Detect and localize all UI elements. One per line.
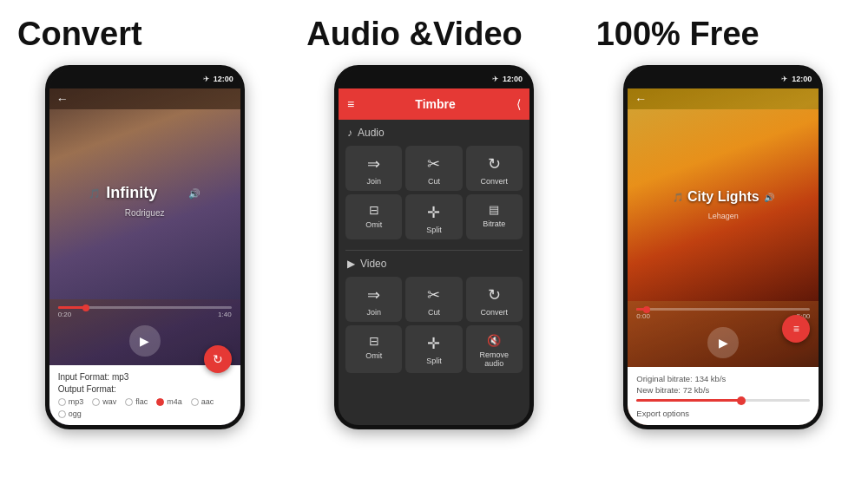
format-ogg[interactable]: ogg [58,409,82,418]
bitrate-slider[interactable] [636,399,810,402]
video-convert[interactable]: ↻ Convert [466,277,523,322]
input-format-label: Input Format: mp3 [58,372,232,382]
format-mp3[interactable]: mp3 [58,397,84,406]
audio-section-label: Audio [358,127,385,139]
format-aac[interactable]: aac [191,397,214,406]
convert-icon-audio: ↻ [488,154,501,173]
split-label-video: Split [426,357,442,365]
original-bitrate-label: Original bitrate: [636,374,692,383]
progress-thumb-3 [643,306,650,313]
split-label-audio: Split [426,226,442,234]
audio-convert[interactable]: ↻ Convert [466,146,523,191]
music-icon: ♪ [347,127,352,139]
format-flac[interactable]: flac [125,397,148,406]
radio-ogg [58,410,66,418]
omit-icon-audio: ⊟ [369,203,379,217]
status-bar-1: ✈ 12:00 [49,69,240,88]
panel-audio-video-title: Audio &Video [298,16,522,53]
bitrate-icon-audio: ▤ [489,203,499,216]
phone3-topbar: ← [628,88,819,109]
format-m4a[interactable]: m4a [156,397,182,406]
radio-flac [125,398,133,406]
play-button-1[interactable]: ▶ [129,325,161,357]
panel-convert: Convert ✈ 12:00 ← 🎵 Infinity 🔊 [0,0,289,491]
format-label-m4a: m4a [167,397,182,406]
video-section-header: ▶ Video [345,258,523,270]
back-icon-3[interactable]: ← [635,92,647,106]
bitrate-slider-fill [636,399,740,402]
airplane-icon-1: ✈ [203,75,210,83]
audio-grid: ⇒ Join ✂ Cut ↻ Convert ⊟ Omit [345,146,523,239]
airplane-icon-3: ✈ [781,75,788,83]
cut-label-audio: Cut [428,177,440,186]
time-3: 12:00 [792,75,812,83]
phone-timbre: ✈ 12:00 ≡ Timbre ⟨ ♪ Audio ⇒ [334,65,534,429]
timbre-topbar: ≡ Timbre ⟨ [339,88,529,120]
artist-name-1: Rodriguez [125,208,165,218]
audio-omit[interactable]: ⊟ Omit [345,194,402,239]
remove-audio-label: Remove audio [470,350,519,368]
convert-label-video: Convert [481,308,509,317]
video-section-label: Video [360,258,386,270]
phone-convert: ✈ 12:00 ← 🎵 Infinity 🔊 Rodriguez [45,65,245,429]
join-icon-audio: ⇒ [367,154,380,173]
bitrate-label-audio: Bitrate [483,219,505,228]
panel-free-title: 100% Free [588,16,760,53]
radio-wav [92,398,100,406]
phone1-background: ← 🎵 Infinity 🔊 Rodriguez [49,88,240,425]
share-icon[interactable]: ⟨ [516,97,521,111]
status-bar-2: ✈ 12:00 [339,69,529,88]
video-cut[interactable]: ✂ Cut [405,277,462,322]
status-icons-1: ✈ 12:00 [203,75,233,83]
video-remove-audio[interactable]: 🔇 Remove audio [466,325,523,373]
bitrate-slider-thumb [737,396,746,405]
video-split[interactable]: ✛ Split [405,325,462,373]
radio-mp3 [58,398,66,406]
status-icons-3: ✈ 12:00 [781,75,812,83]
phone1-info: Input Format: mp3 Output Format: mp3 wav… [49,365,240,425]
play-button-3[interactable]: ▶ [707,327,739,358]
timbre-content: ♪ Audio ⇒ Join ✂ Cut ↻ Convert [339,120,529,425]
new-bitrate-row: New bitrate: 72 kb/s [636,385,810,395]
progress-thumb-1 [82,304,89,311]
audio-cut[interactable]: ✂ Cut [405,146,462,191]
panel-convert-title: Convert [9,16,142,53]
format-wav[interactable]: wav [92,397,116,406]
section-divider [345,250,523,251]
video-omit[interactable]: ⊟ Omit [345,325,402,373]
status-icons-2: ✈ 12:00 [492,75,523,83]
back-icon-1[interactable]: ← [56,92,69,106]
format-options: mp3 wav flac m4a [58,397,232,418]
progress-fill-1 [58,306,84,309]
song-title-3: City Lights [687,189,760,205]
phone1-topbar: ← [49,88,240,109]
progress-bar-1[interactable] [58,306,232,309]
audio-split[interactable]: ✛ Split [405,194,462,239]
audio-join[interactable]: ⇒ Join [345,146,402,191]
time-1: 12:00 [214,75,233,83]
time-row-1: 0:20 1:40 [58,311,232,318]
time-start-1: 0:20 [58,311,72,318]
phone3-info: Original bitrate: 134 kb/s New bitrate: … [628,367,819,425]
music-note-icon-1: 🎵 [89,188,101,200]
song-title-row-3: 🎵 City Lights 🔊 [673,189,774,206]
panel-audio-video: Audio &Video ✈ 12:00 ≡ Timbre ⟨ ♪ Audio [289,0,578,491]
split-icon-video: ✛ [427,334,440,353]
video-icon: ▶ [347,258,355,270]
cut-label-video: Cut [428,308,440,317]
convert-icon-video: ↻ [488,285,501,304]
fab-1[interactable]: ↻ [204,345,232,373]
status-bar-3: ✈ 12:00 [628,69,819,88]
menu-icon[interactable]: ≡ [347,97,354,111]
join-label-audio: Join [366,177,381,186]
cut-icon-audio: ✂ [427,154,440,173]
phone1-cover: 🎵 Infinity 🔊 Rodriguez [49,109,240,299]
omit-label-video: Omit [365,351,382,360]
video-join[interactable]: ⇒ Join [345,277,402,322]
progress-bar-3[interactable] [636,308,810,311]
audio-bitrate[interactable]: ▤ Bitrate [466,194,523,239]
radio-m4a [156,398,164,406]
app-title: Timbre [415,97,455,111]
phone-free: ✈ 12:00 ← 🎵 City Lights 🔊 Lehagen [623,65,823,429]
export-options-label[interactable]: Export options [636,409,810,418]
